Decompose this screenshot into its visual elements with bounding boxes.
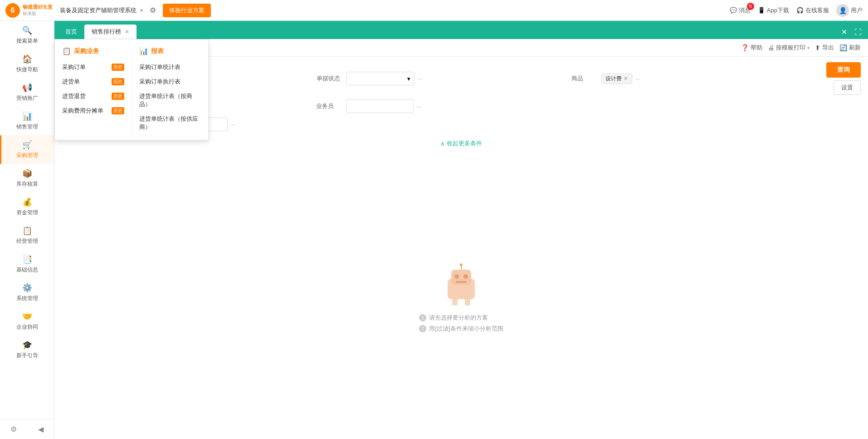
app-download-btn[interactable]: 📱 App下载 [758, 6, 789, 15]
menu-item-incoming-return[interactable]: 进货退货 历史 [59, 89, 128, 104]
sidebar-item-label: 资金管理 [16, 209, 38, 217]
sidebar-item-label: 系统管理 [16, 295, 38, 302]
doc-status-chevron: ▾ [407, 75, 410, 82]
sidebar-item-basic[interactable]: 📑 基础信息 [0, 250, 54, 278]
salesman-more[interactable]: ··· [417, 103, 422, 110]
purchase-dropdown: 📋 采购业务 采购订单 历史 进货单 历史 进货退货 历史 采购费用分摊单 历史 [54, 39, 209, 140]
user-btn[interactable]: 👤 用户 [836, 4, 863, 17]
marketing-icon: 📢 [22, 83, 32, 93]
home-icon: 🏠 [22, 54, 32, 64]
customer-more[interactable]: ··· [230, 121, 235, 128]
header-right: 💬 消息 6 📱 App下载 🎧 在线客服 👤 用户 [730, 4, 863, 17]
hist-badge: 历史 [112, 64, 124, 71]
sidebar-item-operations[interactable]: 📋 经营管理 [0, 221, 54, 250]
purchase-icon: 🛒 [22, 140, 32, 150]
query-btn[interactable]: 查询 [826, 62, 861, 78]
report-col: 📊 报表 采购订单统计表 采购订单执行表 进货单统计表（按商品） 进货单统计表（… [132, 47, 209, 134]
dropdown-cols: 📋 采购业务 采购订单 历史 进货单 历史 进货退货 历史 采购费用分摊单 历史 [55, 47, 208, 134]
salesman-select[interactable] [346, 99, 414, 113]
top-header: 6 畅捷通好生意 标准版 装备及固定资产辅助管理系统 ▾ ⚙ 体验行业方案 💬 … [0, 0, 868, 21]
empty-text: 1 请先选择要分析的方案 2 用[过滤]条件来缩小分析范围 [419, 314, 503, 333]
sidebar-item-label: 基础信息 [16, 266, 38, 274]
sidebar-settings-btn[interactable]: ⚙ [7, 423, 20, 435]
menu-item-purchase-order-exec[interactable]: 采购订单执行表 [136, 74, 205, 89]
sidebar-collapse-btn[interactable]: ◀ [34, 423, 47, 435]
menu-item-incoming-stat-goods[interactable]: 进货单统计表（按商品） [136, 89, 205, 112]
menu-item-purchase-expense[interactable]: 采购费用分摊单 历史 [59, 104, 128, 118]
doc-status-more[interactable]: ··· [417, 75, 422, 82]
filter-salesman: 业务员 ··· [316, 99, 565, 113]
svg-point-2 [454, 274, 459, 279]
sidebar-item-system[interactable]: ⚙️ 系统管理 [0, 278, 54, 307]
sidebar-item-label: 新手引导 [16, 352, 38, 360]
refresh-btn[interactable]: 🔄 刷新 [839, 44, 861, 52]
tab-sales-rank[interactable]: 销售排行榜 ✕ [84, 25, 137, 39]
step1-num: 1 [419, 314, 426, 321]
sidebar-item-label: 经营管理 [16, 237, 38, 245]
print-chevron-icon: ▾ [807, 45, 809, 50]
salesman-label: 业务员 [316, 102, 343, 110]
sidebar-item-label: 采购管理 [16, 152, 38, 159]
sidebar-item-finance[interactable]: 💰 资金管理 [0, 192, 54, 221]
filter-goods: 商品 设计费 ✕ ··· [571, 74, 821, 84]
sidebar-item-label: 快捷导航 [16, 66, 38, 74]
basic-icon: 📑 [22, 254, 32, 264]
step2-num: 2 [419, 325, 426, 332]
collapse-btn[interactable]: ∧ 收起更多条件 [440, 136, 482, 151]
search-icon: 🔍 [22, 25, 32, 35]
report-col-header: 📊 报表 [136, 47, 205, 60]
menu-item-incoming-stat-supplier[interactable]: 进货单统计表（按供应商） [136, 112, 205, 134]
message-icon: 💬 [730, 7, 737, 14]
help-icon: ❓ [741, 44, 749, 51]
sidebar-bottom: ⚙ ◀ [0, 419, 54, 439]
logo-text: 畅捷通好生意 标准版 [23, 4, 53, 17]
tab-home[interactable]: 首页 [58, 25, 84, 39]
menu-item-purchase-order[interactable]: 采购订单 历史 [59, 60, 128, 74]
tab-bar-right: ✕ ⛶ [839, 27, 864, 39]
sidebar-item-newbie[interactable]: 🎓 新手引导 [0, 335, 54, 364]
sidebar-item-search[interactable]: 🔍 搜索菜单 [0, 21, 54, 49]
goods-more[interactable]: ··· [635, 75, 640, 82]
goods-label: 商品 [571, 74, 599, 83]
tab-sales-rank-label: 销售排行榜 [92, 28, 121, 36]
sidebar-item-purchase[interactable]: 🛒 采购管理 [0, 135, 54, 164]
sidebar-item-sales[interactable]: 📊 销售管理 [0, 107, 54, 135]
menu-item-purchase-order-stat[interactable]: 采购订单统计表 [136, 60, 205, 74]
sidebar-item-marketing[interactable]: 📢 营销推广 [0, 78, 54, 107]
doc-status-select[interactable]: ▾ [346, 72, 414, 85]
refresh-icon: 🔄 [839, 44, 847, 51]
export-icon: ⬆ [815, 44, 820, 51]
sales-icon: 📊 [22, 111, 32, 121]
empty-illustration [434, 263, 488, 308]
sidebar-item-label: 营销推广 [16, 94, 38, 102]
tab-expand-icon[interactable]: ⛶ [852, 27, 864, 37]
industry-btn[interactable]: 体验行业方案 [163, 4, 211, 17]
svg-rect-4 [456, 281, 467, 283]
tab-close-all-icon[interactable]: ✕ [839, 27, 850, 37]
svg-point-6 [460, 263, 463, 266]
sidebar: 🔍 搜索菜单 🏠 快捷导航 📢 营销推广 📊 销售管理 🛒 采购管理 📦 库存核… [0, 21, 54, 439]
tab-close-icon[interactable]: ✕ [125, 29, 129, 35]
sidebar-item-inventory[interactable]: 📦 库存核算 [0, 164, 54, 192]
sidebar-item-quick[interactable]: 🏠 快捷导航 [0, 49, 54, 78]
svg-point-3 [463, 274, 468, 279]
settings-btn[interactable]: 设置 [834, 80, 861, 95]
dropdown-arrow-icon[interactable]: ▾ [140, 7, 143, 14]
print-btn[interactable]: 🖨 按模板打印 ▾ [768, 44, 809, 52]
action-col: 查询 设置 [826, 62, 861, 95]
headset-icon: 🎧 [796, 7, 804, 14]
sidebar-item-enterprise[interactable]: 🤝 企业协同 [0, 307, 54, 335]
tab-home-label: 首页 [65, 28, 77, 36]
online-service-btn[interactable]: 🎧 在线客服 [796, 6, 829, 15]
collapse-up-icon: ∧ [440, 140, 445, 147]
goods-tag-close[interactable]: ✕ [624, 75, 628, 82]
print-icon: 🖨 [768, 44, 774, 51]
settings-icon[interactable]: ⚙ [146, 4, 159, 17]
export-btn[interactable]: ⬆ 导出 [815, 44, 834, 52]
menu-item-incoming[interactable]: 进货单 历史 [59, 74, 128, 89]
svg-rect-8 [465, 298, 470, 306]
message-btn[interactable]: 💬 消息 6 [730, 6, 751, 15]
report-header-icon: 📊 [139, 47, 148, 55]
purchase-header-icon: 📋 [62, 47, 71, 55]
help-btn[interactable]: ❓ 帮助 [741, 44, 762, 52]
